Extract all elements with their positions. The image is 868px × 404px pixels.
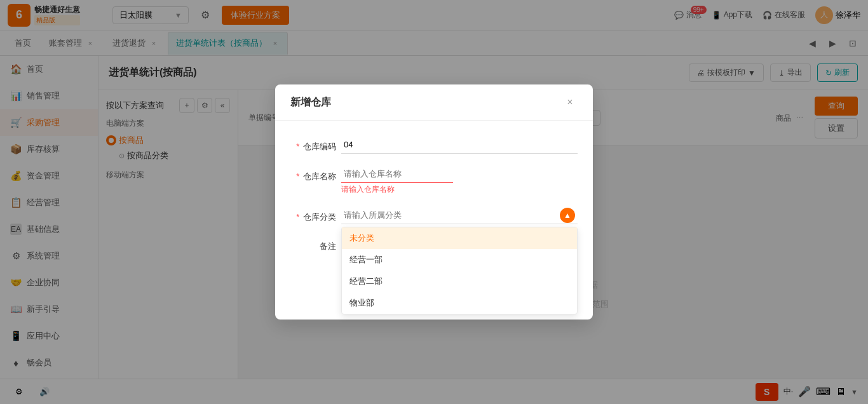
warehouse-category-dropdown: ▲ 未分类 经营一部 经营二部 物业部 xyxy=(341,206,578,224)
dropdown-toggle-button[interactable]: ▲ xyxy=(560,208,575,223)
warehouse-name-error: 请输入仓库名称 xyxy=(341,184,395,195)
required-star-category: * xyxy=(296,212,299,222)
warehouse-code-input[interactable] xyxy=(341,136,578,154)
warehouse-name-row: * 仓库名称 请输入仓库名称 xyxy=(290,165,578,195)
modal-title: 新增仓库 xyxy=(290,96,331,109)
warehouse-name-input[interactable] xyxy=(341,165,453,183)
warehouse-category-row: * 仓库分类 ▲ 未分类 经营一部 经营二部 物业部 xyxy=(290,206,578,224)
dropdown-item-unclassified[interactable]: 未分类 xyxy=(342,227,577,249)
dropdown-item-dept2[interactable]: 经营二部 xyxy=(342,271,577,292)
warehouse-category-label: * 仓库分类 xyxy=(290,206,341,223)
warehouse-code-row: * 仓库编码 xyxy=(290,136,578,154)
chevron-up-icon: ▲ xyxy=(564,211,571,220)
dropdown-item-dept1[interactable]: 经营一部 xyxy=(342,249,577,271)
remark-label: 备注 xyxy=(290,236,341,252)
modal-header: 新增仓库 × xyxy=(275,84,593,121)
modal-body: * 仓库编码 * 仓库名称 请输入仓库名称 xyxy=(275,121,593,278)
modal-close-button[interactable]: × xyxy=(562,95,578,110)
required-star-code: * xyxy=(296,142,299,151)
warehouse-code-label: * 仓库编码 xyxy=(290,136,341,152)
add-warehouse-modal: 新增仓库 × * 仓库编码 * 仓库名称 xyxy=(275,84,593,320)
dropdown-item-property[interactable]: 物业部 xyxy=(342,292,577,314)
warehouse-name-label: * 仓库名称 xyxy=(290,166,341,182)
modal-overlay: 新增仓库 × * 仓库编码 * 仓库名称 xyxy=(0,0,868,404)
category-dropdown-list: 未分类 经营一部 经营二部 物业部 xyxy=(341,227,578,314)
warehouse-category-input[interactable] xyxy=(341,206,578,224)
required-star-name: * xyxy=(296,172,299,181)
